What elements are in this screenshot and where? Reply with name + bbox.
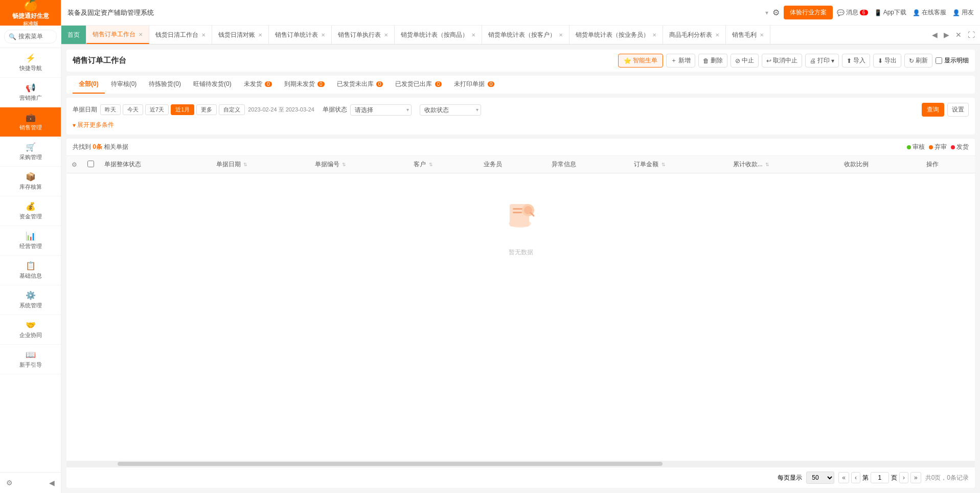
show-detail-checkbox-label[interactable]: 显示明细: [936, 56, 969, 65]
tab-gross-margin[interactable]: 商品毛利分析表 ✕: [663, 26, 726, 44]
app-download-button[interactable]: 📱 App下载: [874, 8, 906, 17]
sidebar-item-finance[interactable]: 💰 资金管理: [0, 196, 61, 226]
sidebar-item-inventory[interactable]: 📦 库存核算: [0, 167, 61, 196]
tab-cash-daily[interactable]: 钱货日清工作台 ✕: [149, 26, 212, 44]
page-next-button[interactable]: ›: [899, 472, 908, 483]
date-yesterday-btn[interactable]: 昨天: [100, 104, 121, 115]
col-settings[interactable]: ⚙: [66, 156, 82, 173]
delete-button[interactable]: 🗑 删除: [698, 54, 727, 68]
tab-sales-gross[interactable]: 销售毛利 ✕: [726, 26, 770, 44]
sidebar-item-guide[interactable]: 📖 新手引导: [0, 345, 61, 374]
date-today-btn[interactable]: 今天: [123, 104, 143, 115]
tab-close-all-button[interactable]: ✕: [953, 30, 964, 40]
tab-cash-reconcile[interactable]: 钱货日清对账 ✕: [212, 26, 269, 44]
tab-sales-by-staff[interactable]: 销货单统计表（按业务员） ✕: [569, 26, 663, 44]
tab-expand-button[interactable]: ⛶: [966, 30, 977, 40]
show-detail-checkbox[interactable]: [936, 57, 942, 64]
payment-select[interactable]: 收款状态: [420, 104, 481, 116]
col-checkbox[interactable]: [82, 156, 99, 173]
industry-btn[interactable]: 体验行业方案: [784, 6, 833, 19]
tab-sales-exec[interactable]: 销售订单执行表 ✕: [332, 26, 395, 44]
table-header-row: ⚙ 单据整体状态 单据日期 ⇅ 单据编号 ⇅: [66, 156, 975, 173]
tab-next-button[interactable]: ▶: [942, 30, 951, 40]
horizontal-scrollbar[interactable]: [66, 461, 975, 467]
review-button[interactable]: 审核: [907, 143, 925, 151]
settings-bottom-button[interactable]: ⚙: [4, 477, 15, 489]
status-filter-label: 单据状态: [323, 105, 347, 114]
sidebar-item-basic-info[interactable]: 📋 基础信息: [0, 256, 61, 285]
export-button[interactable]: ⬇ 导出: [873, 54, 901, 68]
tab-close-icon[interactable]: ✕: [715, 32, 719, 38]
page-first-button[interactable]: «: [838, 472, 849, 483]
subtab-wangpu-ship[interactable]: 旺铺待发货(0): [187, 76, 238, 94]
sidebar-item-label: 经营管理: [19, 242, 42, 250]
scrollbar-thumb[interactable]: [118, 462, 663, 466]
page-last-button[interactable]: »: [910, 472, 921, 483]
tab-sales-workbench[interactable]: 销售订单工作台 ✕: [86, 26, 149, 44]
cancel-review-button[interactable]: 弃审: [929, 143, 947, 151]
tab-close-icon[interactable]: ✕: [321, 32, 325, 38]
print-button[interactable]: 🖨 打印 ▾: [805, 54, 839, 68]
sidebar-item-shortcut[interactable]: ⚡ 快捷导航: [0, 48, 61, 78]
message-button[interactable]: 💬 消息 6: [837, 8, 868, 17]
tab-close-icon[interactable]: ✕: [652, 32, 656, 38]
sidebar-item-marketing[interactable]: 📢 营销推广: [0, 78, 61, 107]
search-menu-button[interactable]: 🔍 搜索菜单: [4, 30, 57, 43]
status-select[interactable]: 请选择: [350, 104, 412, 116]
col-date[interactable]: 单据日期 ⇅: [211, 156, 310, 173]
subtab-pending-inspect[interactable]: 待拣验货(0): [143, 76, 187, 94]
ship-button[interactable]: 发货: [951, 143, 969, 151]
tab-sales-by-product[interactable]: 销货单统计表（按商品） ✕: [395, 26, 482, 44]
smart-create-button[interactable]: ⭐ 智能生单: [618, 54, 663, 68]
subtab-unprinted[interactable]: 未打印单据 0: [448, 76, 500, 94]
subtab-all[interactable]: 全部(0): [73, 76, 105, 94]
add-button[interactable]: ＋ 新增: [666, 54, 695, 68]
header-settings-icon[interactable]: ⚙: [772, 8, 780, 17]
refresh-button[interactable]: ↻ 刷新: [904, 54, 932, 68]
subtab-overdue-ship[interactable]: 到期未发货 0: [278, 76, 331, 94]
filter-settings-button[interactable]: 设置: [947, 103, 969, 117]
sidebar-item-purchase[interactable]: 🛒 采购管理: [0, 137, 61, 167]
subtab-pending-review[interactable]: 待审核(0): [105, 76, 143, 94]
subtab-shipped-out[interactable]: 已发货已出库 0: [389, 76, 448, 94]
dropdown-icon[interactable]: ▾: [765, 9, 768, 16]
table-toolbar: 共找到 0条 相关单据 审核 弃审 发货: [66, 139, 975, 156]
col-number[interactable]: 单据编号 ⇅: [310, 156, 408, 173]
import-button[interactable]: ⬆ 导入: [842, 54, 870, 68]
tab-close-icon[interactable]: ✕: [201, 32, 206, 38]
tab-close-icon[interactable]: ✕: [384, 32, 388, 38]
date-7days-btn[interactable]: 近7天: [145, 104, 169, 115]
tab-sales-by-customer[interactable]: 销货单统计表（按客户） ✕: [482, 26, 569, 44]
subtab-unshipped[interactable]: 未发货 0: [238, 76, 278, 94]
page-prev-button[interactable]: ‹: [851, 472, 860, 483]
col-customer[interactable]: 客户 ⇅: [408, 156, 478, 173]
subtab-shipped-no-out[interactable]: 已发货未出库 0: [331, 76, 390, 94]
tab-sales-stats[interactable]: 销售订单统计表 ✕: [269, 26, 332, 44]
tab-home[interactable]: 首页: [61, 26, 86, 44]
date-1month-btn[interactable]: 近1月: [171, 104, 194, 115]
tab-close-icon[interactable]: ✕: [559, 32, 563, 38]
tab-close-icon[interactable]: ✕: [258, 32, 262, 38]
tab-prev-button[interactable]: ◀: [930, 30, 940, 40]
date-more-btn[interactable]: 更多: [196, 104, 217, 115]
stop-button[interactable]: ⊘ 中止: [731, 54, 759, 68]
sidebar-item-collab[interactable]: 🤝 企业协同: [0, 315, 61, 345]
cancel-stop-button[interactable]: ↩ 取消中止: [762, 54, 802, 68]
sidebar-item-operations[interactable]: 📊 经营管理: [0, 226, 61, 256]
sidebar-item-sales[interactable]: 💼 销售管理: [0, 107, 61, 137]
per-page-select[interactable]: 10 20 50 100: [806, 472, 834, 484]
select-all-checkbox[interactable]: [87, 161, 94, 167]
col-cumulative[interactable]: 累计收款... ⇅: [728, 156, 839, 173]
online-service-button[interactable]: 👤 在线客服: [913, 8, 946, 17]
collapse-button[interactable]: ◀: [47, 477, 57, 489]
expand-filter-button[interactable]: ▾ 展开更多条件: [73, 121, 114, 129]
tab-close-icon[interactable]: ✕: [139, 32, 143, 37]
page-number-input[interactable]: [871, 472, 889, 483]
col-amount[interactable]: 订单金额 ⇅: [629, 156, 727, 173]
tab-close-icon[interactable]: ✕: [760, 32, 764, 38]
tab-close-icon[interactable]: ✕: [471, 32, 475, 38]
query-button[interactable]: 查询: [922, 103, 944, 117]
sidebar-item-system[interactable]: ⚙️ 系统管理: [0, 285, 61, 315]
user-button[interactable]: 👤 用友: [952, 8, 974, 17]
date-custom-btn[interactable]: 自定义: [219, 104, 245, 115]
